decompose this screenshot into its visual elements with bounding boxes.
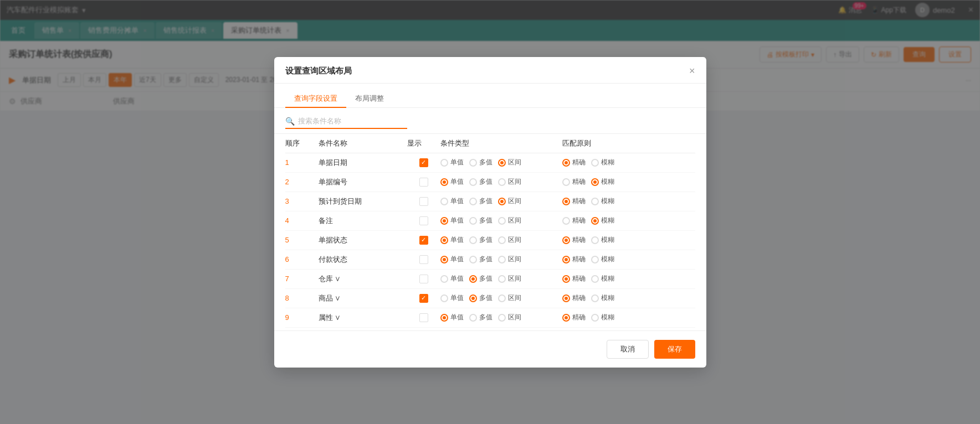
tab-layout[interactable]: 布局调整 (346, 90, 393, 108)
search-row: 🔍 (274, 108, 706, 112)
dialog: 设置查询区域布局 × 查询字段设置 布局调整 🔍 顺序 条件名称 显示 条件类型… (274, 57, 706, 112)
dialog-header: 设置查询区域布局 × (274, 57, 706, 84)
modal-overlay: 设置查询区域布局 × 查询字段设置 布局调整 🔍 顺序 条件名称 显示 条件类型… (0, 0, 980, 111)
dialog-title: 设置查询区域布局 (285, 66, 352, 76)
dialog-close-button[interactable]: × (689, 66, 695, 76)
tab-query-fields[interactable]: 查询字段设置 (285, 90, 346, 108)
dialog-tabs: 查询字段设置 布局调整 (274, 84, 706, 108)
